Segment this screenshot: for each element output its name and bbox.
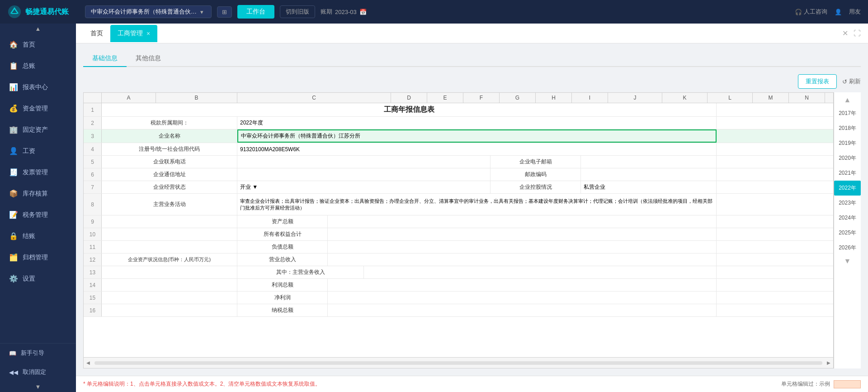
- year-2018[interactable]: 2018年: [834, 121, 861, 136]
- cell-10-val[interactable]: [328, 228, 717, 240]
- sidebar-item-asset[interactable]: 🏢 固定资产: [0, 119, 76, 140]
- hscroll-track[interactable]: [94, 361, 822, 365]
- tab-basic-info[interactable]: 基础信息: [83, 51, 127, 67]
- horizontal-scrollbar[interactable]: ◄ ►: [84, 357, 833, 368]
- table-row: 15 净利润: [84, 292, 833, 304]
- cell-12-val[interactable]: [328, 253, 717, 266]
- cell-5-phone[interactable]: [237, 156, 491, 168]
- tab-active[interactable]: 工商管理 ×: [110, 25, 157, 42]
- scroll-right-button[interactable]: ►: [824, 359, 833, 366]
- cell-6-addr[interactable]: [237, 168, 491, 181]
- close-window-icon[interactable]: ✕: [842, 29, 848, 38]
- cell-2-value[interactable]: 2022年度: [237, 117, 717, 129]
- cell-5-email[interactable]: [581, 156, 717, 168]
- reset-report-button[interactable]: 重置报表: [798, 74, 837, 89]
- sidebar-label-asset: 固定资产: [23, 126, 48, 134]
- year-2021[interactable]: 2021年: [834, 166, 861, 181]
- sidebar-label-invoice: 发票管理: [23, 168, 48, 177]
- col-D: D: [391, 93, 427, 103]
- ledger-icon: 📋: [9, 62, 18, 70]
- sidebar-item-guide[interactable]: 📖 新手引导: [0, 344, 76, 363]
- col-F: F: [463, 93, 500, 103]
- user-name[interactable]: 用友: [849, 8, 861, 16]
- tab-active-label: 工商管理: [118, 29, 143, 38]
- sidebar-item-fund[interactable]: 💰 资金管理: [0, 98, 76, 119]
- unpin-icon: ◀◀: [9, 369, 18, 376]
- year-2025[interactable]: 2025年: [834, 225, 861, 240]
- sidebar-item-tax[interactable]: 📝 税务管理: [0, 204, 76, 225]
- row-num-7: 7: [84, 181, 102, 193]
- year-2022[interactable]: 2022年: [834, 181, 861, 196]
- table-row: 12 企业资产状况信息(币种：人民币万元) 营业总收入: [84, 253, 833, 266]
- row-num-12: 12: [84, 253, 102, 266]
- workbench-button[interactable]: 工作台: [237, 5, 274, 19]
- cell-15-val[interactable]: [328, 292, 717, 304]
- sidebar-item-payroll[interactable]: 👤 工资: [0, 140, 76, 162]
- cell-4-reg[interactable]: 91320100MA208E5W6K: [237, 143, 717, 155]
- cell-11-val[interactable]: [328, 241, 717, 253]
- sidebar-label-fund: 资金管理: [23, 105, 48, 113]
- invoice-icon: 🧾: [9, 168, 18, 177]
- table-row: 1 工商年报信息表: [84, 103, 833, 117]
- cell-1-title[interactable]: 工商年报信息表: [102, 103, 717, 116]
- sidebar-label-ledger: 总账: [23, 62, 35, 70]
- cell-11-empty: [102, 241, 237, 253]
- asset-icon: 🏢: [9, 125, 18, 134]
- maximize-icon[interactable]: ⛶: [854, 29, 861, 38]
- cell-7-holding[interactable]: 私营企业: [581, 181, 717, 193]
- cell-8-business[interactable]: 审查企业会计报表；出具审计报告；验证企业资本；出具验资报告；办理企业合开、分立、…: [237, 194, 717, 215]
- sidebar-item-closing[interactable]: 🔒 结账: [0, 225, 76, 247]
- sidebar-scroll-up[interactable]: ▲: [0, 24, 76, 34]
- year-2020[interactable]: 2020年: [834, 151, 861, 166]
- cell-3-label: 企业名称: [102, 129, 237, 143]
- cell-6-postal[interactable]: [581, 168, 717, 181]
- sidebar-item-archive[interactable]: 🗂️ 归档管理: [0, 247, 76, 268]
- cell-13-val[interactable]: [364, 266, 717, 278]
- cell-6-label: 企业通信地址: [102, 168, 237, 181]
- sidebar-scroll-down[interactable]: ▼: [0, 382, 76, 392]
- year-scroll-down[interactable]: ▼: [834, 255, 861, 267]
- cell-15-label: 净利润: [237, 292, 328, 304]
- switch-version-button[interactable]: 切到旧版: [280, 5, 315, 18]
- cell-14-label: 利润总额: [237, 279, 328, 291]
- cell-13-empty: [102, 266, 237, 278]
- refresh-button[interactable]: ↺ 刷新: [842, 77, 861, 86]
- sheet-body[interactable]: 1 工商年报信息表 2 税款所属期间： 2022年度: [84, 103, 833, 357]
- support-btn[interactable]: 🎧 人工咨询: [795, 8, 827, 16]
- year-scroll-up[interactable]: ▲: [834, 94, 861, 106]
- row-num-9: 9: [84, 215, 102, 228]
- row-num-1: 1: [84, 103, 102, 116]
- cell-3-company[interactable]: 中审众环会计师事务所（特殊普通合伙）江苏分所: [237, 129, 717, 143]
- cell-9-val[interactable]: [328, 215, 717, 228]
- cell-16-val[interactable]: [328, 304, 717, 316]
- table-row: 10 所有者权益合计: [84, 228, 833, 241]
- tab-other-info[interactable]: 其他信息: [127, 51, 170, 67]
- col-K: K: [662, 93, 708, 103]
- year-2017[interactable]: 2017年: [834, 106, 861, 121]
- tab-home[interactable]: 首页: [83, 25, 110, 42]
- cell-8-label: 主营业务活动: [102, 194, 237, 215]
- year-2024[interactable]: 2024年: [834, 210, 861, 225]
- company-selector[interactable]: 中审众环会计师事务所（特殊普通合伙… ▾: [85, 5, 212, 18]
- row-num-8: 8: [84, 194, 102, 215]
- year-2023[interactable]: 2023年: [834, 196, 861, 210]
- sheet-toolbar: 重置报表 ↺ 刷新: [83, 74, 861, 89]
- sidebar-item-report[interactable]: 📊 报表中心: [0, 76, 76, 98]
- sidebar-item-invoice[interactable]: 🧾 发票管理: [0, 162, 76, 183]
- scroll-left-button[interactable]: ◄: [84, 359, 93, 366]
- sidebar-item-inventory[interactable]: 📦 库存核算: [0, 183, 76, 204]
- company-icon-button[interactable]: ⊞: [217, 6, 232, 18]
- cell-7-status[interactable]: 开业 ▼: [237, 181, 491, 193]
- sidebar-item-settings[interactable]: ⚙️ 设置: [0, 268, 76, 289]
- sidebar-item-unpin[interactable]: ◀◀ 取消固定: [0, 363, 76, 382]
- year-2026[interactable]: 2026年: [834, 240, 861, 255]
- cell-14-val[interactable]: [328, 279, 717, 291]
- tab-close-icon[interactable]: ×: [146, 30, 150, 37]
- year-2019[interactable]: 2019年: [834, 136, 861, 151]
- cell-6-postal-label: 邮政编码: [491, 168, 581, 181]
- row-num-4: 4: [84, 143, 102, 155]
- sidebar-label-tax: 税务管理: [23, 211, 48, 219]
- sidebar-item-home[interactable]: 🏠 首页: [0, 34, 76, 55]
- sidebar-item-ledger[interactable]: 📋 总账: [0, 55, 76, 76]
- footer-right: 单元格编辑过：示例: [781, 380, 861, 388]
